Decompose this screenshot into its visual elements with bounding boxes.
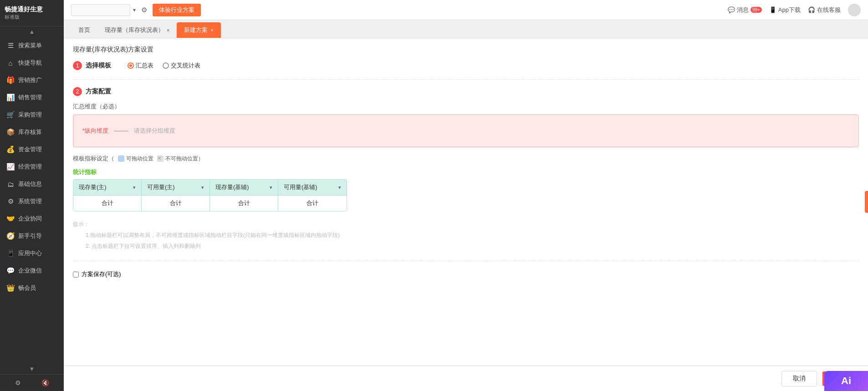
tab-close-inventory-status[interactable]: × xyxy=(167,27,169,33)
radio-cross-circle xyxy=(163,62,169,69)
sidebar-item-search-menu[interactable]: ☰ 搜索菜单 xyxy=(0,37,64,54)
inventory-label: 库存核算 xyxy=(18,128,42,136)
operations-label: 经营管理 xyxy=(18,163,42,171)
user-avatar[interactable] xyxy=(848,4,861,16)
indicator-settings: 模板指标设定（ 可拖动位置 不可拖动位置） xyxy=(73,154,859,163)
col-dropdown-1[interactable]: ▾ xyxy=(201,185,204,190)
non-draggable-label: 不可拖动位置） xyxy=(165,155,204,163)
col-dropdown-2[interactable]: ▾ xyxy=(270,185,272,190)
basic-icon: 🗂 xyxy=(6,180,15,188)
sidebar-item-basic[interactable]: 🗂 基础信息 xyxy=(0,175,64,193)
marketing-label: 营销推广 xyxy=(18,76,42,84)
message-item[interactable]: 💬 消息 99+ xyxy=(728,6,762,14)
wechat-icon: 💬 xyxy=(6,267,15,275)
sound-footer-icon[interactable]: 🔇 xyxy=(41,379,49,386)
marketing-icon: 🎁 xyxy=(6,76,15,84)
radio-summary[interactable]: 汇总表 xyxy=(128,62,153,70)
dimension-area[interactable]: *纵向维度 —— 请选择分组维度 xyxy=(73,114,859,147)
search-input[interactable] xyxy=(71,4,130,16)
resize-handle[interactable] xyxy=(865,191,868,213)
col-dropdown-0[interactable]: ▾ xyxy=(133,185,136,190)
tab-home[interactable]: 首页 xyxy=(71,22,97,38)
sidebar-item-onboarding[interactable]: 🧭 新手引导 xyxy=(0,227,64,245)
sidebar-logo: 畅捷通好生意 标准版 xyxy=(0,0,64,26)
online-service-item[interactable]: 🎧 在线客服 xyxy=(808,6,841,14)
top-header: ▾ ⚙ 体验行业方案 💬 消息 99+ 📱 App下载 🎧 在线客服 xyxy=(64,0,868,20)
section-2: 2 方案配置 汇总维度（必选） *纵向维度 —— 请选择分组维度 模板指标设定（ xyxy=(73,87,859,252)
cancel-button[interactable]: 取消 xyxy=(781,371,817,386)
bottom-bar: 取消 查询 xyxy=(64,365,868,391)
trial-btn[interactable]: 体验行业方案 xyxy=(153,4,201,16)
radio-summary-circle xyxy=(128,62,134,69)
sidebar-item-quick-nav[interactable]: ⌂ 快捷导航 xyxy=(0,54,64,72)
purchase-label: 采购管理 xyxy=(18,111,42,119)
dimension-arrow: —— xyxy=(114,127,128,135)
header-dropdown-btn[interactable]: ▾ xyxy=(133,7,136,13)
sidebar: 畅捷通好生意 标准版 ▲ ☰ 搜索菜单 ⌂ 快捷导航 🎁 营销推广 📊 销售管理… xyxy=(0,0,64,391)
dimension-placeholder: 请选择分组维度 xyxy=(134,127,175,135)
settings-footer-icon[interactable]: ⚙ xyxy=(15,379,21,386)
sidebar-item-cooperation[interactable]: 🤝 企业协同 xyxy=(0,210,64,227)
sidebar-item-wechat[interactable]: 💬 企业微信 xyxy=(0,262,64,279)
app-center-label: 应用中心 xyxy=(18,249,42,257)
sidebar-item-sales[interactable]: 📊 销售管理 xyxy=(0,89,64,106)
header-settings-btn[interactable]: ⚙ xyxy=(141,6,147,14)
page-content: 现存量(库存状况表)方案设置 1 选择模板 汇总表 交叉统计表 xyxy=(64,38,868,286)
dimension-required: *纵向维度 xyxy=(82,127,108,135)
non-draggable-badge: 不可拖动位置） xyxy=(157,155,204,163)
main-area: ▾ ⚙ 体验行业方案 💬 消息 99+ 📱 App下载 🎧 在线客服 首页现存量… xyxy=(64,0,868,391)
indicator-label-text: 模板指标设定（ xyxy=(73,154,114,163)
sidebar-item-inventory[interactable]: 📦 库存核算 xyxy=(0,123,64,141)
app-center-icon: 📱 xyxy=(6,249,15,257)
tip-area: 提示： 1.拖动标题栏可以调整布局，不可跨维度或指标区域拖动栏目字段(只能在同一… xyxy=(73,219,859,252)
draggable-label: 可拖动位置 xyxy=(126,155,153,163)
sidebar-nav: ☰ 搜索菜单 ⌂ 快捷导航 🎁 营销推广 📊 销售管理 🛒 采购管理 📦 库存核… xyxy=(0,37,64,364)
scroll-up-btn[interactable]: ▲ xyxy=(0,26,64,37)
quick-nav-icon: ⌂ xyxy=(6,59,15,67)
save-checkbox[interactable] xyxy=(73,272,79,278)
sidebar-item-system[interactable]: ⚙ 系统管理 xyxy=(0,193,64,210)
sidebar-item-member[interactable]: 👑 畅会员 xyxy=(0,279,64,297)
stats-col-2[interactable]: 现存量(基辅) ▾ xyxy=(210,180,278,195)
tab-new-plan[interactable]: 新建方案× xyxy=(177,22,220,38)
tab-label-new-plan: 新建方案 xyxy=(184,26,208,34)
dimension-label: 汇总维度（必选） xyxy=(73,103,859,111)
stats-col-1[interactable]: 可用量(主) ▾ xyxy=(142,180,210,195)
service-icon: 🎧 xyxy=(808,6,815,13)
tip-1: 1.拖动标题栏可以调整布局，不可跨维度或指标区域拖动栏目字段(只能在同一维度或指… xyxy=(86,230,859,241)
page-title: 现存量(库存状况表)方案设置 xyxy=(73,46,859,54)
sidebar-item-finance[interactable]: 💰 资金管理 xyxy=(0,141,64,158)
sidebar-footer: ⚙ 🔇 xyxy=(0,374,64,391)
divider-1 xyxy=(73,79,859,80)
ai-badge[interactable]: Ai xyxy=(824,371,868,391)
sidebar-item-purchase[interactable]: 🛒 采购管理 xyxy=(0,106,64,123)
stats-col-0[interactable]: 现存量(主) ▾ xyxy=(73,180,142,195)
stats-cell-0: 合计 xyxy=(73,196,142,211)
stats-cell-1: 合计 xyxy=(142,196,210,211)
sidebar-item-marketing[interactable]: 🎁 营销推广 xyxy=(0,72,64,89)
tab-inventory-status[interactable]: 现存量（库存状况表）× xyxy=(97,22,177,38)
stats-col-3[interactable]: 可用量(基辅) ▾ xyxy=(278,180,347,195)
tab-close-new-plan[interactable]: × xyxy=(210,27,213,33)
purchase-icon: 🛒 xyxy=(6,111,15,119)
save-label: 方案保存(可选) xyxy=(82,270,121,278)
save-option: 方案保存(可选) xyxy=(73,270,859,278)
scroll-down-btn[interactable]: ▼ xyxy=(0,364,64,374)
message-badge: 99+ xyxy=(751,7,762,13)
message-icon: 💬 xyxy=(728,6,735,13)
message-label: 消息 xyxy=(737,6,749,14)
section-1-num: 1 xyxy=(73,61,82,70)
section-2-header: 2 方案配置 xyxy=(73,87,859,96)
stats-table: 现存量(主) ▾ 可用量(主) ▾ 现存量(基辅) ▾ 可用量(基辅) ▾ 合计… xyxy=(73,179,347,211)
section-2-num: 2 xyxy=(73,87,82,96)
section-1-header: 1 选择模板 汇总表 交叉统计表 xyxy=(73,61,859,70)
search-menu-icon: ☰ xyxy=(6,41,15,50)
sidebar-item-app-center[interactable]: 📱 应用中心 xyxy=(0,245,64,262)
sidebar-item-operations[interactable]: 📈 经营管理 xyxy=(0,158,64,175)
dimension-inner: *纵向维度 —— 请选择分组维度 xyxy=(82,127,175,135)
stats-table-body: 合计合计合计合计 xyxy=(73,195,347,211)
tip-label: 提示： xyxy=(73,219,859,230)
radio-cross[interactable]: 交叉统计表 xyxy=(163,62,200,70)
col-dropdown-3[interactable]: ▾ xyxy=(338,185,341,190)
app-download-item[interactable]: 📱 App下载 xyxy=(769,6,801,14)
